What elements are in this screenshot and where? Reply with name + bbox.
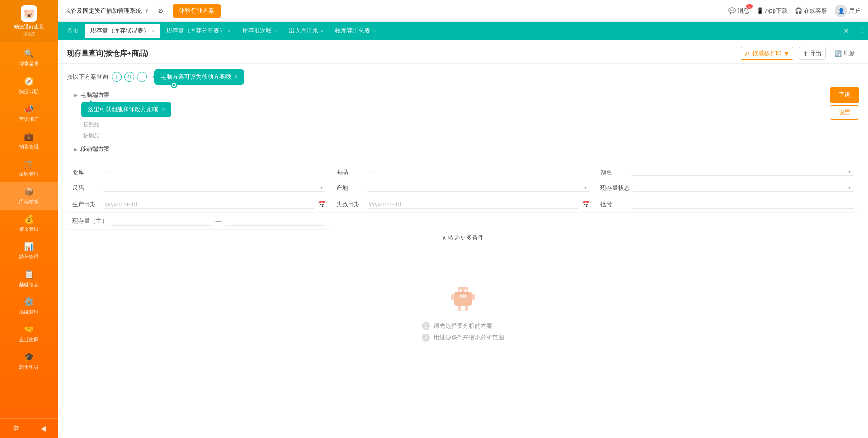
logo-icon: 🐷 [21,5,37,22]
page-title: 现存量查询(按仓库+商品) [67,49,148,58]
tree-sub-item-2[interactable]: 按照品 [83,130,859,141]
filter-add-button[interactable]: + [112,72,122,82]
filter-grid: 仓库 ··· 商品 ··· 颜色 ▼ 尺码 [67,159,859,230]
warehouse-label: 仓库 [72,168,99,176]
batch-no-input[interactable] [631,200,854,209]
collapse-button[interactable]: ∧ 收起更多条件 [67,230,859,245]
sidebar-item-operation[interactable]: 📊 经营管理 [0,237,58,265]
user-avatar: 👤 [835,5,847,17]
tab-close-all-icon[interactable]: ✕ [842,25,851,36]
tab-batch[interactable]: 库存批次账 × [237,24,283,38]
search-icon: 🔍 [24,49,34,59]
goods-dots: ··· [367,169,373,176]
create-tooltip-close[interactable]: × [162,106,165,113]
tab-receipt-label: 收发存汇总表 [335,27,370,35]
collapse-arrow-icon: ∧ [442,235,447,241]
sidebar-item-purchase[interactable]: 🛒 采购管理 [0,155,58,182]
sidebar-item-marketing[interactable]: 📣 营销推广 [0,99,58,127]
export-label: 导出 [810,49,821,57]
tab-inout-close[interactable]: × [321,28,324,33]
notice-icon: 💬 [728,7,736,14]
prod-date-calendar-icon[interactable]: 📅 [318,201,326,208]
svg-rect-7 [458,306,461,311]
scheme-indicator-dot [172,83,176,87]
scheme-tooltip: 电脑方案可设为移动方案哦 × [154,69,244,85]
filter-back-button[interactable]: ← [137,72,147,82]
tree-sub-item-1[interactable]: 按照品 [83,119,859,130]
print-button[interactable]: 🖨 按模板打印 ▼ [741,47,793,60]
origin-select[interactable]: ▼ [367,184,590,192]
tab-receipt[interactable]: 收发存汇总表 × [330,24,381,38]
main-content: 装备及固定资产辅助管理系统 ▼ ⚙ 体验行业方案 💬 消息 6 📱 App下载 … [58,0,868,438]
goods-label: 商品 [336,168,363,176]
sidebar-item-search[interactable]: 🔍 搜索菜单 [0,44,58,72]
system-title-dropdown[interactable]: ▼ [144,8,149,14]
purchase-icon: 🛒 [24,159,34,169]
expire-date-input[interactable] [367,200,578,209]
sidebar-item-guide[interactable]: 🎓 新手引导 [0,348,58,375]
stock-qty-from-input[interactable] [111,217,212,226]
sidebar-item-basic[interactable]: 📋 基础信息 [0,265,58,292]
tree-item-pc[interactable]: ▶ 电脑端方案 [74,89,859,101]
sidebar-item-system[interactable]: ⚙️ 系统管理 [0,292,58,320]
app-item[interactable]: 📱 App下载 [756,7,788,15]
prod-date-input[interactable] [103,200,314,209]
sidebar-item-enterprise[interactable]: 🤝 企业协同 [0,320,58,348]
sidebar-item-finance[interactable]: 💰 资金管理 [0,210,58,237]
tab-inout-label: 出入库流水 [289,27,318,35]
expire-date-calendar-icon[interactable]: 📅 [582,201,590,208]
service-item[interactable]: 🎧 在线客服 [795,7,827,15]
tab-stock-status-close[interactable]: × [152,28,155,33]
sidebar-label-sales: 销售管理 [19,143,39,150]
sidebar-label-operation: 经营管理 [19,254,39,260]
tab-expand-icon[interactable]: ⛶ [854,25,864,36]
tab-batch-close[interactable]: × [274,28,277,33]
refresh-button[interactable]: 🔄 刷新 [831,47,859,59]
tab-stock-status[interactable]: 现存量（库存状况表） × [85,24,160,38]
basic-icon: 📋 [24,269,34,279]
app-icon: 📱 [756,7,764,14]
system-title: 装备及固定资产辅助管理系统 ▼ [65,7,149,15]
user-item[interactable]: 👤 用户 [835,5,861,17]
notice-item[interactable]: 💬 消息 6 [728,7,749,15]
stock-status-select[interactable]: ▼ [633,184,854,192]
export-button[interactable]: ⬆ 导出 [799,47,826,60]
svg-rect-6 [472,294,475,300]
tab-stock-dist-close[interactable]: × [228,28,231,33]
content-area: 现存量查询(按仓库+商品) 🖨 按模板打印 ▼ ⬆ 导出 🔄 刷新 [58,40,868,438]
tab-receipt-close[interactable]: × [373,28,376,33]
tip-num-1: 1 [422,322,430,330]
sidebar-collapse-btn[interactable]: ◀ [38,422,47,434]
search-btn-area: 查询 设置 [830,87,859,120]
print-dropdown-icon: ▼ [783,50,789,57]
tab-home[interactable]: 首页 [61,27,84,35]
sidebar-item-navigate[interactable]: 🧭 快捷导航 [0,72,58,99]
finance-icon: 💰 [24,214,34,224]
tree-item-mobile[interactable]: ▶ 移动端方案 [74,143,859,155]
sidebar-item-sales[interactable]: 💼 销售管理 [0,127,58,155]
sidebar-settings-btn[interactable]: ⚙ [11,422,21,434]
logo-text: 畅捷通好生意 [14,24,44,30]
sidebar-label-enterprise: 企业协同 [19,336,39,343]
setting-button[interactable]: 设置 [830,105,859,120]
service-icon: 🎧 [795,7,802,14]
color-select[interactable]: ▼ [631,169,854,176]
industry-button[interactable]: 体验行业方案 [173,4,221,18]
filter-refresh-button[interactable]: ↻ [124,72,134,82]
gear-button[interactable]: ⚙ [155,5,167,17]
sidebar-item-inventory[interactable]: 📦 库存核算 [0,182,58,210]
search-button[interactable]: 查询 [830,87,859,103]
scheme-tooltip-close[interactable]: × [235,74,238,80]
svg-point-2 [459,289,462,292]
tab-stock-dist[interactable]: 现存量（库存分布表） × [161,24,236,38]
user-label: 用户 [849,7,861,15]
size-select[interactable]: ▼ [103,184,326,192]
sidebar-label-purchase: 采购管理 [19,171,39,178]
tree-arrow-pc: ▶ [74,93,78,98]
tab-inout[interactable]: 出入库流水 × [283,24,329,38]
print-label: 按模板打印 [752,49,782,57]
stock-qty-to-input[interactable] [225,217,326,226]
filter-controls: + ↻ ← [112,72,147,82]
tree-label-pc: 电脑端方案 [80,91,110,99]
empty-tips: 1 请先选择要分析的方案 2 用过滤条件来缩小分析范围 [422,322,504,342]
